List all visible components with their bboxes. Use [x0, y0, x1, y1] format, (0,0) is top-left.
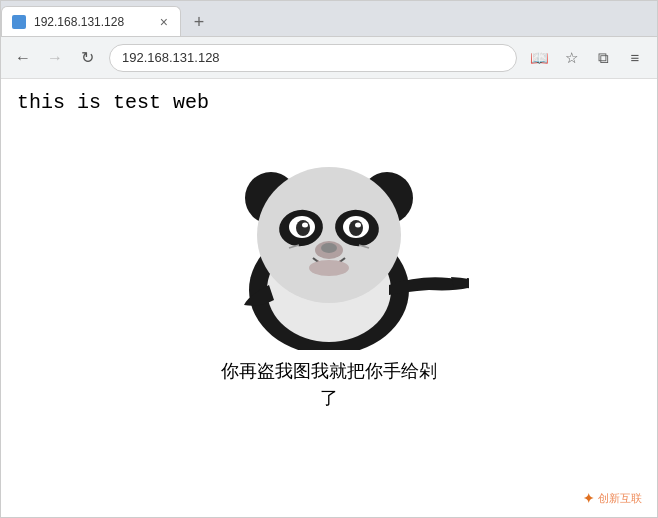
tab-title: 192.168.131.128	[34, 15, 150, 29]
watermark-text: 创新互联	[598, 491, 642, 506]
reader-view-button[interactable]: 📖	[525, 44, 553, 72]
address-text: 192.168.131.128	[122, 50, 504, 65]
tab-close-button[interactable]: ×	[158, 13, 170, 31]
svg-point-9	[296, 220, 310, 236]
browser-window: 192.168.131.128 × + ← → ↻ 192.168.131.12…	[0, 0, 658, 518]
panda-image	[189, 130, 469, 350]
refresh-button[interactable]: ↻	[73, 44, 101, 72]
nav-bar: ← → ↻ 192.168.131.128 📖 ☆ ⧉ ≡	[1, 37, 657, 79]
active-tab[interactable]: 192.168.131.128 ×	[1, 6, 181, 36]
forward-button[interactable]: →	[41, 44, 69, 72]
svg-point-17	[309, 260, 349, 276]
caption-line2: 了	[221, 385, 437, 412]
watermark: ✦ 创新互联	[577, 489, 648, 508]
page-content: this is test web	[1, 79, 657, 517]
address-bar[interactable]: 192.168.131.128	[109, 44, 517, 72]
page-heading: this is test web	[17, 91, 641, 114]
tabs-button[interactable]: ⧉	[589, 44, 617, 72]
svg-point-12	[355, 223, 361, 228]
svg-point-14	[321, 243, 337, 253]
caption-line1: 你再盗我图我就把你手给剁	[221, 358, 437, 385]
svg-point-10	[349, 220, 363, 236]
panda-caption: 你再盗我图我就把你手给剁 了	[221, 358, 437, 412]
bookmark-button[interactable]: ☆	[557, 44, 585, 72]
panda-image-container: 你再盗我图我就把你手给剁 了	[17, 130, 641, 412]
tab-bar: 192.168.131.128 × +	[1, 1, 657, 37]
svg-point-4	[257, 167, 401, 303]
nav-right-controls: 📖 ☆ ⧉ ≡	[525, 44, 649, 72]
menu-button[interactable]: ≡	[621, 44, 649, 72]
tab-favicon	[12, 15, 26, 29]
back-button[interactable]: ←	[9, 44, 37, 72]
new-tab-button[interactable]: +	[185, 8, 213, 36]
svg-point-11	[302, 223, 308, 228]
